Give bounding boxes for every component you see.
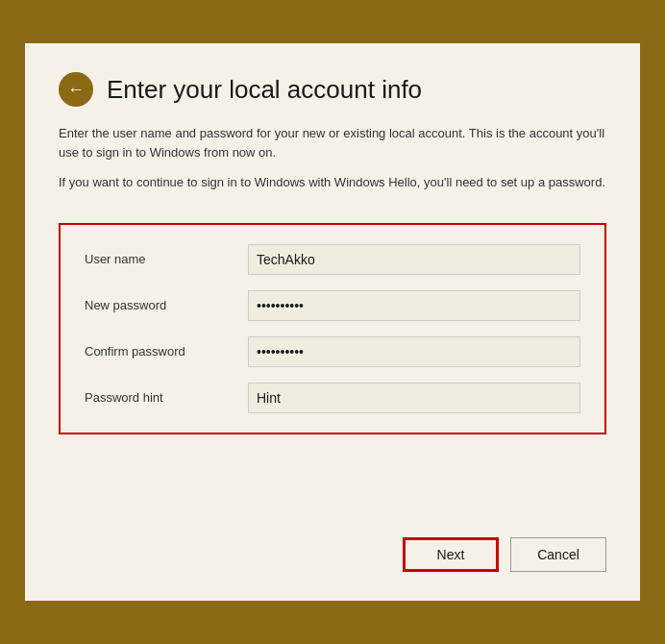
form-container: User name New password Confirm password …: [59, 223, 606, 434]
page-title: Enter your local account info: [107, 75, 422, 105]
description-1: Enter the user name and password for you…: [59, 124, 606, 161]
back-arrow-icon: ←: [67, 81, 85, 98]
password-hint-label: Password hint: [85, 390, 248, 405]
username-label: User name: [85, 252, 248, 266]
buttons-row: Next Cancel: [59, 528, 606, 572]
cancel-button[interactable]: Cancel: [510, 537, 606, 572]
confirm-password-input[interactable]: [248, 336, 580, 367]
new-password-input[interactable]: [248, 290, 580, 321]
username-row: User name: [85, 244, 580, 275]
new-password-row: New password: [85, 290, 580, 321]
next-button[interactable]: Next: [403, 537, 499, 572]
username-input[interactable]: [248, 244, 580, 275]
back-button[interactable]: ←: [59, 72, 93, 107]
new-password-label: New password: [85, 298, 248, 312]
password-hint-row: Password hint: [85, 383, 580, 413]
password-hint-input[interactable]: [248, 383, 580, 413]
title-row: ← Enter your local account info: [59, 72, 606, 107]
local-account-dialog: ← Enter your local account info Enter th…: [25, 43, 640, 601]
confirm-password-label: Confirm password: [85, 344, 248, 359]
confirm-password-row: Confirm password: [85, 336, 580, 367]
description-2: If you want to continue to sign in to Wi…: [59, 173, 606, 192]
